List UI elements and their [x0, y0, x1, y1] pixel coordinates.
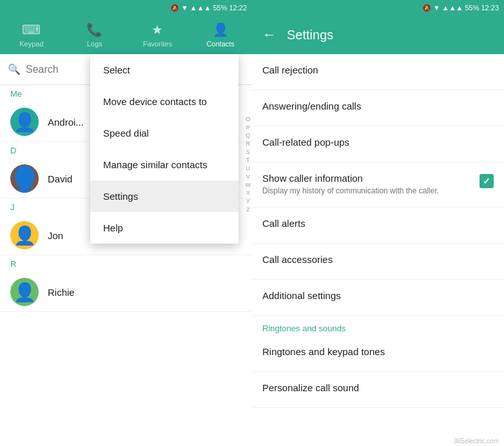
settings-label: Answering/ending calls [262, 101, 494, 112]
avatar: 👤 [10, 164, 39, 193]
favorites-icon: ★ [151, 22, 163, 37]
alpha-index: O P Q R S T U V W X Y Z [246, 116, 251, 213]
left-wifi-icon: ▼ [181, 4, 188, 12]
settings-title-bar: ← Settings [252, 15, 504, 54]
right-battery: 55% [465, 4, 479, 12]
left-panel: 🔕 ▼ ▲▲▲ 55% 12:22 ⌨ Keypad 📞 Logs ★ Favo… [0, 0, 252, 446]
tab-logs-label: Logs [87, 40, 102, 48]
alpha-x[interactable]: X [246, 189, 250, 197]
avatar-icon: 👤 [14, 112, 36, 133]
settings-label: Call accessories [262, 254, 494, 265]
settings-label: Ringtones and keypad tones [262, 346, 494, 357]
settings-label: Call rejection [262, 64, 494, 75]
avatar-icon: 👤 [14, 225, 36, 246]
right-status-bar: 🔕 ▼ ▲▲▲ 55% 12:23 [252, 0, 504, 15]
alpha-r[interactable]: R [246, 141, 251, 148]
settings-list: Call rejection Answering/ending calls Ca… [252, 54, 504, 436]
menu-item-settings[interactable]: Settings [90, 180, 238, 212]
left-battery: 55% [213, 4, 227, 12]
alpha-p[interactable]: P [246, 124, 250, 132]
checkbox-show-caller[interactable] [480, 174, 494, 188]
menu-item-move[interactable]: Move device contacts to [90, 86, 238, 117]
right-wifi-icon: ▼ [433, 4, 440, 12]
alpha-v[interactable]: V [246, 173, 250, 181]
settings-item-call-rejection[interactable]: Call rejection [252, 54, 504, 90]
avatar-icon: 👤 [10, 164, 39, 193]
alpha-s[interactable]: S [246, 149, 250, 157]
settings-item-ringtones-keypad[interactable]: Ringtones and keypad tones [252, 336, 504, 372]
left-mute-icon: 🔕 [170, 4, 179, 12]
settings-item-call-popups[interactable]: Call-related pop-ups [252, 126, 504, 162]
contact-name: Jon [48, 230, 63, 241]
tab-favorites[interactable]: ★ Favorites [126, 19, 189, 50]
tab-bar: ⌨ Keypad 📞 Logs ★ Favorites 👤 Contacts [0, 15, 252, 54]
alpha-u[interactable]: U [246, 165, 251, 173]
settings-item-call-accessories[interactable]: Call accessories [252, 244, 504, 280]
alpha-t[interactable]: T [246, 157, 250, 164]
list-item[interactable]: 👤 Richie [0, 273, 252, 312]
menu-item-speed-dial[interactable]: Speed dial [90, 117, 238, 149]
avatar: 👤 [10, 278, 39, 306]
alpha-y[interactable]: Y [246, 198, 250, 206]
watermark: 365electric.com [252, 436, 504, 446]
alpha-q[interactable]: Q [246, 132, 250, 140]
left-status-bar: 🔕 ▼ ▲▲▲ 55% 12:22 [0, 0, 252, 15]
search-icon: 🔍 [8, 63, 21, 75]
tab-logs[interactable]: 📞 Logs [63, 19, 126, 50]
tab-keypad[interactable]: ⌨ Keypad [0, 19, 63, 50]
context-menu: Select Move device contacts to Speed dia… [90, 54, 238, 244]
right-signal-icon: ▲▲▲ [442, 4, 463, 12]
right-panel: 🔕 ▼ ▲▲▲ 55% 12:23 ← Settings Call reject… [252, 0, 504, 446]
left-status-icons: 🔕 ▼ ▲▲▲ 55% 12:22 [170, 4, 247, 12]
menu-item-manage-similar[interactable]: Manage similar contacts [90, 149, 238, 180]
tab-contacts-label: Contacts [206, 40, 234, 48]
settings-item-personalize-call[interactable]: Personalize call sound [252, 372, 504, 408]
settings-label: Personalize call sound [262, 382, 494, 393]
menu-item-help[interactable]: Help [90, 212, 238, 244]
page-title: Settings [287, 28, 333, 43]
contact-name: Richie [48, 287, 75, 298]
keypad-icon: ⌨ [22, 22, 41, 37]
tab-keypad-label: Keypad [19, 40, 43, 48]
settings-label: Additional settings [262, 290, 494, 301]
alpha-o[interactable]: O [246, 116, 250, 124]
contacts-icon: 👤 [213, 22, 229, 37]
section-r: R [0, 255, 252, 273]
contact-name: Androi... [48, 117, 84, 128]
logs-icon: 📞 [86, 22, 102, 37]
settings-label: Show caller information [262, 173, 474, 184]
ringtones-section-label: Ringtones and sounds [252, 316, 504, 336]
alpha-z[interactable]: Z [246, 206, 250, 214]
settings-label: Call alerts [262, 218, 494, 229]
right-time: 12:23 [481, 4, 499, 12]
contact-name: David [48, 173, 72, 184]
settings-item-call-alerts[interactable]: Call alerts [252, 208, 504, 244]
alpha-w[interactable]: W [246, 182, 251, 189]
tab-contacts[interactable]: 👤 Contacts [189, 19, 252, 50]
back-button[interactable]: ← [262, 26, 276, 43]
settings-sublabel: Display my history of communication with… [262, 186, 474, 197]
avatar: 👤 [10, 108, 39, 136]
right-mute-icon: 🔕 [422, 4, 431, 12]
left-time: 12:22 [229, 4, 247, 12]
settings-item-additional[interactable]: Additional settings [252, 280, 504, 316]
settings-header: 🔕 ▼ ▲▲▲ 55% 12:23 ← Settings [252, 0, 504, 54]
settings-item-answering[interactable]: Answering/ending calls [252, 90, 504, 126]
left-signal-icon: ▲▲▲ [190, 4, 211, 12]
settings-item-show-caller[interactable]: Show caller information Display my histo… [252, 162, 504, 208]
tab-favorites-label: Favorites [143, 40, 172, 48]
avatar-icon: 👤 [14, 282, 36, 303]
settings-label: Call-related pop-ups [262, 137, 494, 148]
menu-item-select[interactable]: Select [90, 54, 238, 86]
avatar: 👤 [10, 221, 39, 249]
